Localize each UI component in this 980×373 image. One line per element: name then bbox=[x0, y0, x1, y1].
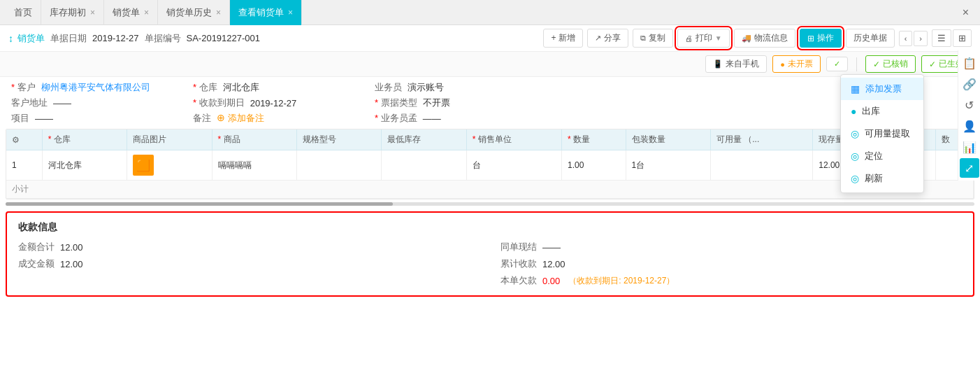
ticket-field: 票据类型 不开票 bbox=[375, 97, 528, 109]
grid-view-button[interactable]: ⊞ bbox=[953, 29, 972, 47]
tab-history[interactable]: 销货单历史 × bbox=[158, 0, 230, 25]
dropdown-qty-pickup[interactable]: ◎ 可用量提取 bbox=[841, 122, 923, 145]
product-thumbnail: 🟧 bbox=[133, 155, 154, 176]
due-field: 收款到期日 2019-12-27 bbox=[193, 97, 347, 109]
subtotal-row: 小计 bbox=[6, 181, 974, 199]
tab-home[interactable]: 首页 bbox=[6, 0, 41, 25]
doc-actions: + 新增 ↗ 分享 ⧉ 复制 🖨 打印 ▼ 🚚 物流信息 ⊞ 操作 bbox=[543, 29, 972, 48]
tab-sales-close[interactable]: × bbox=[144, 8, 149, 17]
col-product: * 商品 bbox=[212, 129, 296, 150]
history-button[interactable]: 历史单据 bbox=[846, 29, 895, 48]
row-index: 1 bbox=[6, 150, 42, 181]
col-gear: ⚙ bbox=[6, 129, 42, 150]
dropdown-refresh[interactable]: ◎ 刷新 bbox=[841, 167, 923, 190]
dropdown-add-invoice[interactable]: ▦ 添加发票 bbox=[841, 78, 923, 100]
col-product-img: 商品图片 bbox=[127, 129, 212, 150]
tab-view-sales[interactable]: 查看销货单 × bbox=[230, 0, 302, 25]
table-header-row: ⚙ * 仓库 商品图片 * 商品 规格型号 最低库存 * 销售单位 * 数量 包… bbox=[6, 129, 974, 150]
locate-icon: ◎ bbox=[851, 150, 859, 162]
nav-arrows: ‹ › bbox=[899, 31, 928, 46]
toolbar-row: 📱 来自手机 ● 未开票 ✓ ✓ 已核销 ✓ 已生效 bbox=[0, 52, 980, 77]
tab-inventory-close[interactable]: × bbox=[90, 8, 95, 17]
owed-row: 本单欠款 0.00 （收款到期日: 2019-12-27） bbox=[500, 274, 962, 287]
staff-value: 演示账号 bbox=[408, 81, 444, 94]
share-button[interactable]: ↗ 分享 bbox=[587, 29, 628, 48]
col-min-stock: 最低库存 bbox=[382, 129, 466, 150]
warehouse-label: 仓库 bbox=[193, 81, 217, 94]
outbound-icon: ● bbox=[851, 106, 856, 117]
row-pkg-qty: 1台 bbox=[626, 150, 710, 181]
sidebar-clipboard-icon[interactable]: 📋 bbox=[960, 53, 979, 73]
prev-button[interactable]: ‹ bbox=[899, 31, 913, 46]
note-field: 备注 ⊕ 添加备注 bbox=[193, 112, 347, 125]
logistics-button[interactable]: 🚚 物流信息 bbox=[734, 29, 795, 48]
form-section: 客户 柳州粤港平安气体有限公司 仓库 河北仓库 业务员 演示账号 客户地址 —— bbox=[0, 77, 980, 129]
address-value: —— bbox=[53, 98, 71, 108]
confirmed-badge: ✓ 已核销 bbox=[865, 55, 916, 73]
next-button[interactable]: › bbox=[914, 31, 928, 46]
row-warehouse: 河北仓库 bbox=[42, 150, 127, 181]
dropdown-locate[interactable]: ◎ 定位 bbox=[841, 145, 923, 167]
new-button[interactable]: + 新增 bbox=[543, 29, 582, 48]
sidebar-expand-icon[interactable]: ⤢ bbox=[960, 158, 979, 178]
print-button[interactable]: 🖨 打印 ▼ bbox=[677, 29, 730, 48]
ticket-value: 不开票 bbox=[423, 97, 450, 109]
not-open-button[interactable]: ● 未开票 bbox=[772, 55, 821, 73]
ticket-label: 票据类型 bbox=[375, 97, 417, 109]
list-view-button[interactable]: ☰ bbox=[932, 29, 951, 47]
table-scroll-hint bbox=[6, 202, 974, 206]
tab-sales[interactable]: 销货单 × bbox=[104, 0, 158, 25]
form-row-3: 项目 —— 备注 ⊕ 添加备注 业务员孟 —— bbox=[11, 112, 969, 125]
operate-button[interactable]: ⊞ 操作 bbox=[800, 29, 842, 48]
due-label: 收款到期日 bbox=[193, 97, 245, 109]
cumulative-row: 累计收款 12.00 bbox=[500, 258, 962, 270]
customer-value[interactable]: 柳州粤港平安气体有限公司 bbox=[41, 81, 150, 94]
sidebar-link-icon[interactable]: 🔗 bbox=[960, 74, 979, 94]
col-avail-qty: 可用量 （... bbox=[710, 129, 812, 150]
customer-field: 客户 柳州粤港平安气体有限公司 bbox=[11, 81, 165, 94]
toolbar-divider bbox=[856, 57, 857, 71]
table-row: 1 河北仓库 🟧 嗝嗝嗝嗝 台 1.00 1台 12.00 0. bbox=[6, 150, 974, 181]
tab-history-close[interactable]: × bbox=[216, 8, 221, 17]
settings-icon[interactable]: ⚙ bbox=[12, 135, 20, 145]
tab-view-sales-close[interactable]: × bbox=[288, 8, 293, 17]
main-content: ↕ 销货单 单据日期 2019-12-27 单据编号 SA-20191227-0… bbox=[0, 25, 980, 373]
form-row-2: 客户地址 —— 收款到期日 2019-12-27 票据类型 不开票 bbox=[11, 97, 969, 109]
data-table: ⚙ * 仓库 商品图片 * 商品 规格型号 最低库存 * 销售单位 * 数量 包… bbox=[6, 129, 974, 199]
doc-date-field: 单据日期 2019-12-27 bbox=[50, 32, 139, 45]
col-qty: * 数量 bbox=[562, 129, 626, 150]
sidebar-user-icon[interactable]: 👤 bbox=[960, 116, 979, 136]
payment-grid: 金额合计 12.00 成交金额 12.00 同单现结 —— 累计收款 12.00 bbox=[18, 241, 962, 287]
qty-pickup-icon: ◎ bbox=[851, 128, 859, 139]
salesperson-label: 业务员孟 bbox=[375, 112, 417, 125]
project-label: 项目 bbox=[11, 112, 29, 125]
doc-type-label: ↕ 销货单 bbox=[8, 32, 45, 45]
doc-number-field: 单据编号 SA-20191227-001 bbox=[145, 32, 261, 45]
refresh-icon: ◎ bbox=[851, 173, 859, 184]
add-note-button[interactable]: ⊕ 添加备注 bbox=[217, 112, 264, 125]
doc-header: ↕ 销货单 单据日期 2019-12-27 单据编号 SA-20191227-0… bbox=[0, 25, 980, 52]
row-min-stock bbox=[382, 150, 466, 181]
note-label: 备注 bbox=[193, 112, 211, 125]
payment-title: 收款信息 bbox=[18, 221, 962, 234]
sidebar-chart-icon[interactable]: 📊 bbox=[960, 137, 979, 157]
trade-amount-row: 成交金额 12.00 bbox=[18, 258, 480, 270]
project-field: 项目 —— bbox=[11, 112, 165, 125]
right-sidebar: 📋 🔗 ↺ 👤 📊 ⤢ bbox=[958, 50, 980, 181]
row-spec bbox=[296, 150, 381, 181]
col-pkg-qty: 包装数量 bbox=[626, 129, 710, 150]
window-close-button[interactable]: × bbox=[957, 6, 974, 19]
payment-left: 金额合计 12.00 成交金额 12.00 bbox=[18, 241, 480, 287]
dropdown-outbound[interactable]: ● 出库 bbox=[841, 100, 923, 122]
form-row-1: 客户 柳州粤港平安气体有限公司 仓库 河北仓库 业务员 演示账号 bbox=[11, 81, 969, 94]
copy-button[interactable]: ⧉ 复制 bbox=[633, 29, 673, 48]
same-settlement-row: 同单现结 —— bbox=[500, 241, 962, 253]
tab-inventory[interactable]: 库存期初 × bbox=[41, 0, 104, 25]
col-warehouse: * 仓库 bbox=[42, 129, 127, 150]
from-phone-button[interactable]: 📱 来自手机 bbox=[705, 55, 767, 73]
salesperson-field: 业务员孟 —— bbox=[375, 112, 528, 125]
row-avail-qty bbox=[710, 150, 812, 181]
due-value: 2019-12-27 bbox=[250, 98, 297, 108]
confirm-button[interactable]: ✓ bbox=[826, 57, 848, 71]
sidebar-refresh-icon[interactable]: ↺ bbox=[960, 95, 979, 115]
